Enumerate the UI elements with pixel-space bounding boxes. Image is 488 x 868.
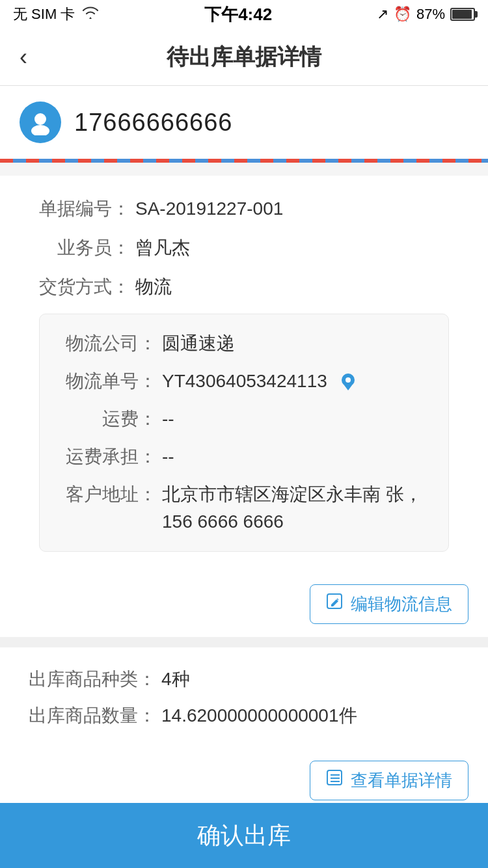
status-bar-left: 无 SIM 卡 <box>13 5 100 24</box>
battery-percentage: 87% <box>416 6 445 23</box>
page-title: 待出库单据详情 <box>167 42 321 72</box>
basic-info-section: 单据编号： SA-20191227-001 业务员： 曾凡杰 交货方式： 物流 … <box>0 176 488 571</box>
avatar-icon <box>27 109 53 135</box>
svg-point-0 <box>34 113 46 125</box>
freight-label: 运费： <box>53 405 157 433</box>
edit-icon <box>326 593 344 616</box>
confirm-button[interactable]: 确认出库 <box>197 820 291 852</box>
tracking-row: 物流单号： YT43064053424113 <box>53 368 435 395</box>
goods-type-row: 出库商品种类： 4种 <box>26 667 462 692</box>
goods-type-value: 4种 <box>161 667 190 692</box>
delivery-method-value: 物流 <box>135 273 462 301</box>
view-detail-button[interactable]: 查看单据详情 <box>310 761 468 800</box>
document-no-value: SA-20191227-001 <box>135 195 462 223</box>
goods-type-label: 出库商品种类： <box>26 667 156 692</box>
dashed-divider <box>0 159 488 163</box>
tracking-label: 物流单号： <box>53 368 157 395</box>
confirm-button-wrap: 确认出库 <box>0 803 488 868</box>
freight-bearer-value: -- <box>162 443 435 470</box>
list-icon <box>326 769 344 792</box>
wifi-icon <box>81 5 100 23</box>
battery-icon <box>450 8 475 21</box>
alarm-icon: ⏰ <box>394 6 411 23</box>
logistics-card: 物流公司： 圆通速递 物流单号： YT43064053424113 <box>39 314 449 552</box>
address-row: 客户地址： 北京市市辖区海淀区永丰南 张，156 6666 6666 <box>53 481 435 536</box>
goods-quantity-value: 14.620000000000001件 <box>161 703 357 728</box>
freight-bearer-row: 运费承担： -- <box>53 443 435 470</box>
logistics-company-value: 圆通速递 <box>162 330 435 357</box>
status-time: 下午4:42 <box>204 3 272 26</box>
view-detail-label: 查看单据详情 <box>351 769 452 792</box>
user-phone: 17666666666 <box>74 109 232 137</box>
goods-quantity-row: 出库商品数量： 14.620000000000001件 <box>26 703 462 728</box>
document-no-label: 单据编号： <box>26 195 130 223</box>
tracking-value: YT43064053424113 <box>162 368 435 395</box>
location-indicator: ↗ <box>377 6 388 23</box>
address-label: 客户地址： <box>53 481 157 508</box>
address-value: 北京市市辖区海淀区永丰南 张，156 6666 6666 <box>162 481 435 536</box>
delivery-method-row: 交货方式： 物流 <box>26 273 462 301</box>
svg-point-1 <box>31 125 49 135</box>
goods-quantity-label: 出库商品数量： <box>26 703 156 728</box>
freight-row: 运费： -- <box>53 405 435 433</box>
salesman-label: 业务员： <box>26 234 130 262</box>
avatar <box>20 102 61 143</box>
tracking-location-icon[interactable] <box>336 370 360 393</box>
edit-logistics-section: 编辑物流信息 <box>0 571 488 637</box>
freight-bearer-label: 运费承担： <box>53 443 157 470</box>
logistics-company-row: 物流公司： 圆通速递 <box>53 330 435 357</box>
nav-bar: ‹ 待出库单据详情 <box>0 29 488 86</box>
svg-point-3 <box>346 377 351 383</box>
goods-section: 出库商品种类： 4种 出库商品数量： 14.620000000000001件 <box>0 647 488 748</box>
user-header: 17666666666 <box>0 86 488 159</box>
status-bar-right: ↗ ⏰ 87% <box>377 6 475 23</box>
status-bar: 无 SIM 卡 下午4:42 ↗ ⏰ 87% <box>0 0 488 29</box>
edit-logistics-label: 编辑物流信息 <box>351 593 452 616</box>
salesman-row: 业务员： 曾凡杰 <box>26 234 462 262</box>
edit-logistics-button[interactable]: 编辑物流信息 <box>310 584 468 624</box>
back-button[interactable]: ‹ <box>20 44 27 71</box>
freight-value: -- <box>162 405 435 433</box>
svg-marker-4 <box>344 385 352 390</box>
delivery-method-label: 交货方式： <box>26 273 130 301</box>
salesman-value: 曾凡杰 <box>135 234 462 262</box>
carrier-text: 无 SIM 卡 <box>13 5 75 24</box>
document-no-row: 单据编号： SA-20191227-001 <box>26 195 462 223</box>
logistics-company-label: 物流公司： <box>53 330 157 357</box>
section-separator <box>0 637 488 647</box>
